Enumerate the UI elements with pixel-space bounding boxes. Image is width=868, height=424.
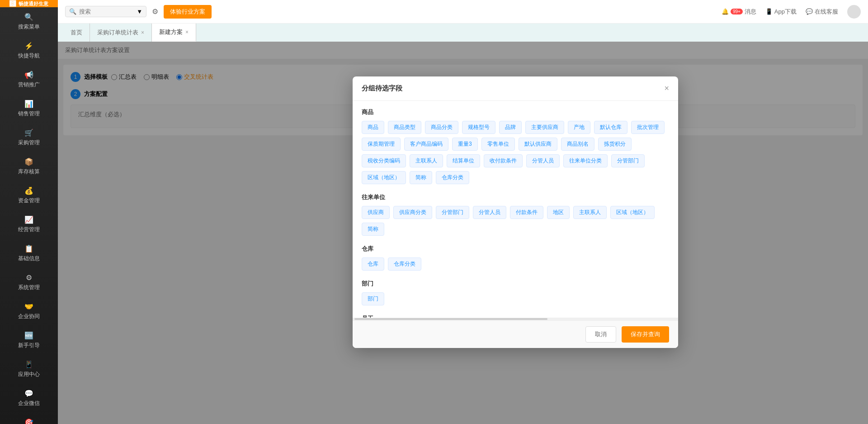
sidebar-label-cooperation: 企业协同 xyxy=(18,313,40,320)
quick-nav-icon: ⚡ xyxy=(24,42,33,50)
section-title-warehouse: 仓库 xyxy=(362,245,669,253)
online-support-btn[interactable]: 💬 在线客服 xyxy=(806,8,838,16)
field-tag-付款条件[interactable]: 付款条件 xyxy=(510,206,543,219)
field-tag-分管部门[interactable]: 分管部门 xyxy=(611,154,645,167)
sidebar-item-cooperation[interactable]: 🤝企业协同 xyxy=(0,297,58,326)
tab-purchase-stats[interactable]: 采购订单统计表× xyxy=(90,24,152,42)
field-tag-客户商品编码[interactable]: 客户商品编码 xyxy=(404,138,448,151)
sidebar-item-finance[interactable]: 💰资金管理 xyxy=(0,181,58,210)
confirm-button[interactable]: 保存并查询 xyxy=(622,326,669,343)
field-tag-商品[interactable]: 商品 xyxy=(362,121,384,134)
field-tag-分管人员[interactable]: 分管人员 xyxy=(473,206,506,219)
tab-home[interactable]: 首页 xyxy=(63,24,90,42)
field-tag-税收分类编码[interactable]: 税收分类编码 xyxy=(362,154,406,167)
section-department: 部门部门 xyxy=(362,280,669,305)
search-bar[interactable]: 🔍 ▼ xyxy=(65,6,146,17)
operations-icon: 📈 xyxy=(24,215,33,224)
field-tag-品牌[interactable]: 品牌 xyxy=(499,121,522,134)
sidebar-label-marketing: 营销推广 xyxy=(18,81,40,89)
finance-icon: 💰 xyxy=(24,186,33,195)
field-tag-重量3[interactable]: 重量3 xyxy=(452,138,478,151)
field-tag-仓库分类[interactable]: 仓库分类 xyxy=(388,257,421,271)
notification-badge: 99+ xyxy=(731,9,743,14)
enterprise-wechat-icon: 💬 xyxy=(24,389,33,398)
field-tag-区域（地区）[interactable]: 区域（地区） xyxy=(362,171,406,184)
dialog-header: 分组待选字段 × xyxy=(353,76,678,101)
notification-btn[interactable]: 🔔 99+ 消息 xyxy=(722,8,756,16)
sidebar-item-newbie[interactable]: 🆕新手引导 xyxy=(0,326,58,355)
field-tag-保质期管理[interactable]: 保质期管理 xyxy=(362,138,401,151)
sidebar-item-system[interactable]: ⚙系统管理 xyxy=(0,268,58,297)
field-tag-区域（地区）[interactable]: 区域（地区） xyxy=(610,206,655,219)
sidebar-item-app-center[interactable]: 📱应用中心 xyxy=(0,355,58,384)
field-tag-往来单位分类[interactable]: 往来单位分类 xyxy=(563,154,608,167)
field-tag-简称[interactable]: 简称 xyxy=(410,171,432,184)
field-tag-简称[interactable]: 简称 xyxy=(362,223,384,236)
trial-btn[interactable]: 体验行业方案 xyxy=(164,5,212,19)
field-tag-主联系人[interactable]: 主联系人 xyxy=(410,154,443,167)
field-tag-供应商分类[interactable]: 供应商分类 xyxy=(393,206,432,219)
sidebar-item-purchase[interactable]: 🛒采购管理 xyxy=(0,123,58,152)
sidebar-label-newbie: 新手引导 xyxy=(18,342,40,349)
user-avatar[interactable] xyxy=(847,5,861,19)
section-title-goods: 商品 xyxy=(362,108,669,116)
sidebar-item-basic-info[interactable]: 📋基础信息 xyxy=(0,239,58,268)
field-tag-分管部门[interactable]: 分管部门 xyxy=(436,206,469,219)
sidebar-label-purchase: 采购管理 xyxy=(18,139,40,147)
sidebar-item-operations[interactable]: 📈经营管理 xyxy=(0,210,58,239)
field-tag-仓库[interactable]: 仓库 xyxy=(362,257,384,271)
sidebar-item-enterprise-wechat[interactable]: 💬企业微信 xyxy=(0,384,58,413)
field-tag-结算单位[interactable]: 结算单位 xyxy=(447,154,480,167)
sidebar-label-quick-nav: 快捷导航 xyxy=(18,52,40,60)
bell-icon: 🔔 xyxy=(722,8,729,15)
sidebar-item-inventory[interactable]: 📦库存核算 xyxy=(0,152,58,181)
field-tag-地区[interactable]: 地区 xyxy=(547,206,570,219)
sidebar-item-sales[interactable]: 📊销售管理 xyxy=(0,94,58,123)
logo-icon: 🅱 xyxy=(9,0,16,7)
search-input[interactable] xyxy=(79,8,134,15)
gear-icon[interactable]: ⚙ xyxy=(152,7,158,16)
field-tag-部门[interactable]: 部门 xyxy=(362,292,384,305)
sidebar-item-marketing[interactable]: 📢营销推广 xyxy=(0,65,58,94)
field-tag-规格型号[interactable]: 规格型号 xyxy=(462,121,495,134)
field-tag-批次管理[interactable]: 批次管理 xyxy=(631,121,665,134)
field-tag-商品类型[interactable]: 商品类型 xyxy=(388,121,421,134)
field-tag-商品分类[interactable]: 商品分类 xyxy=(425,121,458,134)
sidebar-label-sales: 销售管理 xyxy=(18,110,40,118)
field-tag-仓库分类[interactable]: 仓库分类 xyxy=(436,171,469,184)
sidebar-label-enterprise-wechat: 企业微信 xyxy=(18,400,40,407)
field-tag-主联系人[interactable]: 主联系人 xyxy=(573,206,607,219)
dialog-close-btn[interactable]: × xyxy=(664,84,669,93)
field-tag-分管人员[interactable]: 分管人员 xyxy=(526,154,560,167)
field-tag-商品别名[interactable]: 商品别名 xyxy=(561,138,594,151)
dialog-body[interactable]: 商品商品商品类型商品分类规格型号品牌主要供应商产地默认仓库批次管理保质期管理客户… xyxy=(353,101,678,318)
sidebar-item-quick-nav[interactable]: ⚡快捷导航 xyxy=(0,36,58,65)
field-tag-主要供应商[interactable]: 主要供应商 xyxy=(525,121,564,134)
tab-close-new-plan[interactable]: × xyxy=(185,29,189,35)
field-tag-收付款条件[interactable]: 收付款条件 xyxy=(484,154,523,167)
section-title-counterpart: 往来单位 xyxy=(362,193,669,201)
system-icon: ⚙ xyxy=(26,273,32,282)
field-tag-零售单位[interactable]: 零售单位 xyxy=(481,138,515,151)
tab-close-purchase-stats[interactable]: × xyxy=(141,29,144,36)
field-tag-供应商[interactable]: 供应商 xyxy=(362,206,390,219)
field-tag-产地[interactable]: 产地 xyxy=(568,121,590,134)
field-tag-默认仓库[interactable]: 默认仓库 xyxy=(594,121,627,134)
section-employee: 员工业务员 xyxy=(362,314,669,318)
app-download-btn[interactable]: 📱 App下载 xyxy=(765,8,797,16)
app-download-label: App下载 xyxy=(774,8,797,16)
member-icon: 🎯 xyxy=(24,418,33,424)
sidebar-item-member[interactable]: 🎯畅会员 xyxy=(0,413,58,424)
field-select-dialog: 分组待选字段 × 商品商品商品类型商品分类规格型号品牌主要供应商产地默认仓库批次… xyxy=(353,76,678,348)
section-counterpart: 往来单位供应商供应商分类分管部门分管人员付款条件地区主联系人区域（地区）简称 xyxy=(362,193,669,236)
field-tag-默认供应商[interactable]: 默认供应商 xyxy=(519,138,557,151)
cancel-button[interactable]: 取消 xyxy=(585,326,616,343)
tab-new-plan[interactable]: 新建方案× xyxy=(152,24,196,42)
sidebar-item-search[interactable]: 🔍搜索菜单 xyxy=(0,7,58,36)
field-tag-拣货积分[interactable]: 拣货积分 xyxy=(598,138,632,151)
field-tags-warehouse: 仓库仓库分类 xyxy=(362,257,669,271)
sidebar-logo: 🅱 畅捷通好生意 xyxy=(0,0,58,7)
basic-info-icon: 📋 xyxy=(24,244,33,253)
dialog-title: 分组待选字段 xyxy=(362,84,402,93)
field-tags-department: 部门 xyxy=(362,292,669,305)
